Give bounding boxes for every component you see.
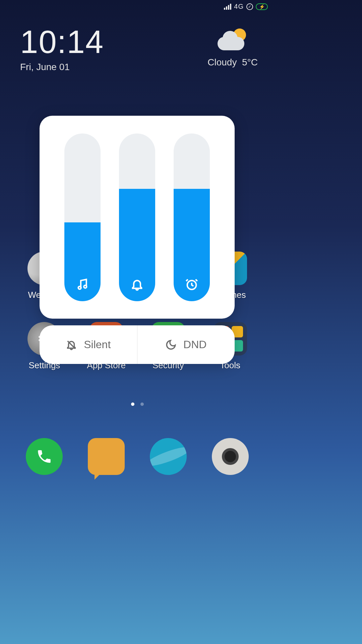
silent-mode-button[interactable]: Silent — [40, 325, 137, 364]
ring-volume-slider[interactable] — [119, 133, 155, 301]
bell-icon — [130, 278, 144, 291]
svg-point-0 — [78, 286, 81, 289]
dock — [0, 438, 275, 475]
alarm-clock-icon — [185, 278, 198, 291]
network-label: 4G — [234, 3, 244, 10]
clock-date: Fri, June 01 — [20, 62, 104, 72]
dock-browser[interactable] — [150, 438, 187, 475]
dock-camera[interactable] — [212, 438, 249, 475]
moon-icon — [165, 339, 177, 351]
sound-mode-bar: Silent DND — [40, 325, 235, 364]
dock-messages[interactable] — [88, 438, 125, 475]
camera-lens-icon — [222, 448, 239, 465]
alarm-status-icon: ✓ — [246, 3, 253, 10]
weather-temperature: 5°C — [242, 57, 258, 67]
weather-widget[interactable]: Cloudy 5°C — [207, 27, 258, 68]
phone-icon — [36, 448, 53, 465]
status-bar: 4G ✓ ⚡ — [224, 3, 268, 10]
alarm-volume-slider[interactable] — [174, 133, 210, 301]
page-dot — [140, 402, 144, 406]
clock-time: 10:14 — [20, 23, 104, 60]
media-volume-slider[interactable] — [64, 133, 101, 301]
svg-point-1 — [84, 285, 86, 288]
weather-condition: Cloudy — [207, 57, 237, 67]
page-indicator[interactable] — [0, 402, 275, 406]
signal-icon — [224, 4, 231, 10]
weather-cloudy-icon — [218, 27, 248, 50]
bell-off-icon — [66, 339, 77, 351]
page-dot-active — [131, 402, 134, 406]
battery-charging-icon: ⚡ — [256, 3, 268, 10]
dnd-mode-button[interactable]: DND — [137, 325, 235, 364]
silent-label: Silent — [84, 338, 111, 351]
clock-widget[interactable]: 10:14 Fri, June 01 — [20, 23, 104, 72]
weather-text: Cloudy 5°C — [207, 57, 258, 68]
dock-phone[interactable] — [26, 438, 63, 475]
dnd-label: DND — [183, 338, 206, 351]
music-note-icon — [76, 278, 89, 291]
volume-panel — [40, 116, 235, 319]
